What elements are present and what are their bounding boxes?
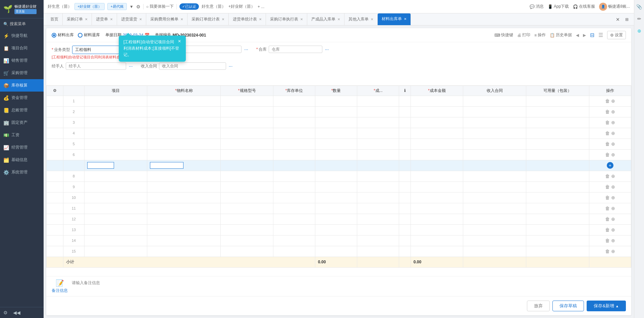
tab-close-icon[interactable]: ✕ [180, 17, 183, 21]
delete-row-icon[interactable]: 🗑 [605, 206, 610, 211]
tab-close-icon[interactable]: ✕ [404, 17, 407, 21]
col-settings[interactable]: ⚙ [47, 86, 63, 96]
next-icon[interactable]: ▶ [583, 33, 586, 38]
tab-inbound[interactable]: 进货单 ✕ [92, 13, 117, 25]
tab-bar-close-btn[interactable]: ✕ [613, 15, 623, 23]
sidebar-item-accounting[interactable]: 📒 总账管理 [0, 104, 44, 116]
add-row-btn[interactable]: + [607, 162, 613, 169]
warehouse-input[interactable] [269, 46, 322, 53]
remarks-input[interactable] [70, 279, 626, 286]
copy-row-icon[interactable]: ⊕ [611, 141, 615, 147]
delete-row-icon[interactable]: 🗑 [605, 152, 610, 157]
user-profile[interactable]: 👤 畅捷通8账... [599, 3, 630, 11]
sidebar-item-purchase[interactable]: 🛒 采购管理 [0, 67, 44, 79]
message-btn[interactable]: 💬 消息 [530, 4, 544, 9]
sidebar-item-basic[interactable]: 🗂️ 基础信息 [0, 154, 44, 166]
tab-home[interactable]: 首页 [46, 13, 63, 25]
right-sidebar-icon-1[interactable]: 📎 [635, 3, 643, 11]
shortcut-btn[interactable]: ⌨ 快捷键 [494, 32, 513, 38]
tab-close-icon[interactable]: ✕ [259, 17, 262, 21]
tab-close-icon[interactable]: ✕ [371, 17, 373, 21]
tab-close-icon[interactable]: ✕ [85, 17, 88, 21]
collapse-icon[interactable]: ◀◀ [13, 310, 20, 315]
settings-icon[interactable]: ⚙ [3, 310, 8, 315]
sidebar-item-inventory[interactable]: 📦 库存核算 [0, 79, 44, 92]
save-draft-button[interactable]: 保存草稿 [552, 301, 584, 311]
topbar-dropdown[interactable]: ▼ [129, 4, 133, 9]
delete-row-icon[interactable]: 🗑 [605, 249, 610, 254]
sidebar-item-operations[interactable]: 📈 经营管理 [0, 141, 44, 154]
sidebar-item-finance[interactable]: 💰 资金管理 [0, 92, 44, 104]
row-project[interactable] [84, 160, 147, 171]
delete-row-icon[interactable]: 🗑 [605, 120, 610, 125]
history-btn[interactable]: 📋 历史单据 [550, 32, 572, 38]
handler-dots-icon[interactable]: ··· [129, 63, 133, 69]
sidebar-item-assets[interactable]: 🏢 固定资产 [0, 116, 44, 129]
delete-row-icon[interactable]: 🗑 [605, 216, 610, 222]
tab-other-inbound[interactable]: 其他入库单 ✕ [344, 13, 378, 25]
sidebar-item-system[interactable]: ⚙️ 系统管理 [0, 166, 44, 178]
income-contract-dots-icon[interactable]: ··· [229, 63, 233, 69]
copy-row-icon[interactable]: ⊕ [611, 195, 615, 200]
list-view-icon[interactable]: ☰ [598, 32, 603, 38]
tab-inbound-stats[interactable]: 进货单统计表 ✕ [229, 13, 266, 25]
online-service-btn[interactable]: 🎧 在线客服 [573, 4, 595, 9]
table-area[interactable]: ⚙ 项目 *物料名称 *规格型号 *库存单位 *数量 *成... ℹ *成本金额… [46, 86, 631, 276]
copy-row-icon[interactable]: ⊕ [611, 238, 615, 243]
warehouse-dots-icon[interactable]: ··· [325, 47, 329, 52]
copy-row-icon[interactable]: ⊕ [611, 206, 615, 211]
settings-btn[interactable]: ⚙ 设置 [607, 31, 626, 39]
tab-close-icon[interactable]: ✕ [300, 17, 303, 21]
copy-row-icon[interactable]: ⊕ [611, 152, 615, 157]
delete-row-icon[interactable]: 🗑 [605, 195, 610, 200]
tab-purchase-exec[interactable]: 采购订单执行表 ✕ [266, 13, 307, 25]
topbar-plus-1[interactable]: +好业财（苗） [74, 3, 105, 10]
tab-inbound-return[interactable]: 进货退货 ✕ [117, 13, 146, 25]
delete-row-icon[interactable]: 🗑 [605, 173, 610, 179]
operations-btn[interactable]: ≡ 操作 [534, 32, 546, 38]
copy-row-icon[interactable]: ⊕ [611, 120, 615, 125]
tab-close-icon[interactable]: ✕ [110, 17, 113, 21]
sidebar-item-quicknav[interactable]: ⚡ 快捷导航 [0, 30, 44, 42]
tab-close-icon[interactable]: ✕ [139, 17, 142, 21]
row-material[interactable] [147, 160, 221, 171]
delete-row-icon[interactable]: 🗑 [605, 98, 610, 104]
sidebar-item-sales[interactable]: 📊 销售管理 [0, 54, 44, 67]
topbar-trial[interactable]: ○ 我要体验一下 [146, 4, 174, 9]
sidebar-item-project[interactable]: 📋 项目合同 [0, 42, 44, 54]
copy-row-icon[interactable]: ⊕ [611, 130, 615, 136]
handler-input[interactable] [66, 62, 126, 70]
right-sidebar-icon-3[interactable]: ⊕ [635, 27, 643, 35]
topbar-link-2[interactable]: 好生意（苗） [202, 4, 226, 9]
tab-close-icon[interactable]: ✕ [337, 17, 340, 21]
income-contract-input[interactable] [159, 62, 226, 70]
topbar-link-3[interactable]: +好业财（苗） [228, 4, 255, 9]
copy-row-icon[interactable]: ⊕ [611, 216, 615, 222]
tab-bar-layout-btn[interactable]: ⊞ [623, 16, 631, 23]
copy-row-icon[interactable]: ⊕ [611, 227, 615, 232]
discard-button[interactable]: 放弃 [527, 301, 550, 311]
app-download-btn[interactable]: 📱 App下载 [548, 4, 569, 9]
tab-purchase-order[interactable]: 采购订单 ✕ [63, 13, 92, 25]
tab-close-icon[interactable]: ✕ [222, 17, 224, 21]
tab-material-outbound[interactable]: 材料出库单 ✕ [378, 13, 411, 25]
copy-row-icon[interactable]: ⊕ [611, 184, 615, 190]
tab-purchase-stats[interactable]: 采购订单统计表 ✕ [187, 13, 229, 25]
topbar-link-1[interactable]: 好生意（苗） [48, 4, 72, 9]
topbar-settings-icon[interactable]: ⚙ [136, 4, 141, 9]
grid-view-icon[interactable]: ⊟ [590, 32, 594, 38]
sidebar-item-payroll[interactable]: 💵 工资 [0, 129, 44, 141]
sidebar-search[interactable]: 🔍 搜索菜单 [0, 18, 44, 30]
tooltip-close-btn[interactable]: ✕ [178, 38, 181, 45]
radio-material-return[interactable]: 材料退库 [78, 32, 100, 38]
save-new-button[interactable]: 保存&新增 ▲ [587, 301, 626, 311]
delete-row-icon[interactable]: 🗑 [605, 238, 610, 243]
row-material-input[interactable] [150, 162, 183, 169]
copy-row-icon[interactable]: ⊕ [611, 98, 615, 104]
right-sidebar-icon-2[interactable]: ✏ [635, 15, 643, 23]
copy-row-icon[interactable]: ⊕ [611, 109, 615, 114]
delete-row-icon[interactable]: 🗑 [605, 141, 610, 147]
col-info[interactable]: ℹ [399, 86, 411, 96]
delete-row-icon[interactable]: 🗑 [605, 130, 610, 136]
delete-row-icon[interactable]: 🗑 [605, 227, 610, 232]
